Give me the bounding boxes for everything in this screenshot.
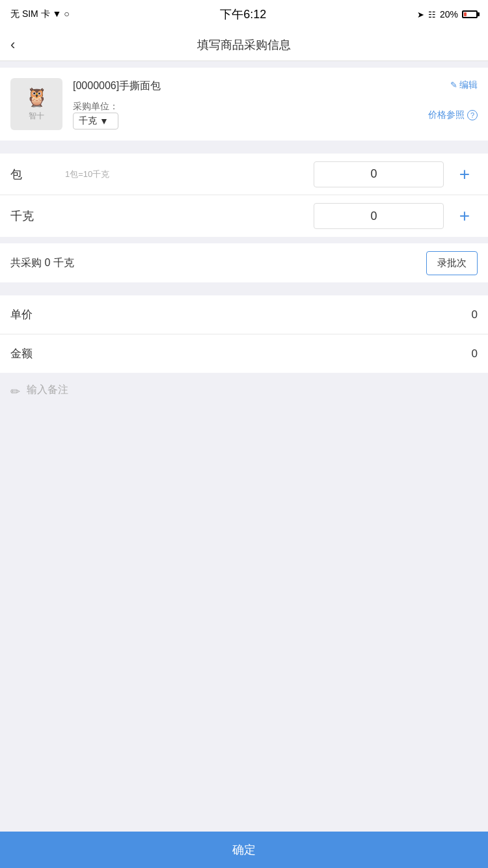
battery-icon <box>462 10 478 18</box>
summary-row: 共采购 0 千克 录批次 <box>0 243 488 282</box>
product-name: [0000006]手撕面包 <box>73 79 161 93</box>
kg-input-row: 千克 + <box>0 195 488 237</box>
unit-price-value: 0 <box>472 308 478 321</box>
product-info: [0000006]手撕面包 ✎ 编辑 采购单位： 千克 ▼ 价格参照 ? <box>73 79 478 129</box>
price-ref-button[interactable]: 价格参照 ? <box>428 109 478 121</box>
notes-section[interactable]: ✏ 输入备注 <box>0 373 488 425</box>
status-battery: ➤ ☷ 20% <box>417 9 478 20</box>
nav-bar: ‹ 填写商品采购信息 <box>0 29 488 61</box>
content-filler <box>0 425 488 640</box>
input-section: 包 1包=10千克 + 千克 + <box>0 154 488 237</box>
unit-price-label: 单价 <box>10 307 33 322</box>
bag-input-row: 包 1包=10千克 + <box>0 154 488 195</box>
bag-quantity-input[interactable] <box>314 161 444 187</box>
back-button[interactable]: ‹ <box>10 36 15 53</box>
notes-placeholder: 输入备注 <box>27 383 68 397</box>
brand-label: 智十 <box>29 111 44 122</box>
battery-percent: 20% <box>440 9 458 20</box>
status-time: 下午6:12 <box>220 7 266 22</box>
location-icon: ➤ <box>417 10 424 20</box>
dropdown-icon: ▼ <box>100 116 109 126</box>
status-signal: 无 SIM 卡 ▼ ○ <box>10 8 70 20</box>
amount-label: 金额 <box>10 346 33 361</box>
mid-separator-2 <box>0 282 488 289</box>
product-image: 🦉 智十 <box>10 78 62 130</box>
amount-row: 金额 0 <box>0 334 488 373</box>
unit-price-row: 单价 0 <box>0 295 488 334</box>
amount-value: 0 <box>472 347 478 360</box>
status-bar: 无 SIM 卡 ▼ ○ 下午6:12 ➤ ☷ 20% <box>0 0 488 29</box>
info-section: 单价 0 金额 0 <box>0 295 488 373</box>
bag-label: 包 <box>10 167 62 182</box>
batch-button[interactable]: 录批次 <box>426 251 478 275</box>
confirm-button-label: 确定 <box>232 842 256 858</box>
alarm-icon: ☷ <box>428 10 436 20</box>
summary-text: 共采购 0 千克 <box>10 256 74 270</box>
mid-separator-1 <box>0 141 488 147</box>
product-card: 🦉 智十 [0000006]手撕面包 ✎ 编辑 采购单位： 千克 ▼ 价格参照 <box>0 68 488 141</box>
bag-plus-button[interactable]: + <box>452 161 478 187</box>
kg-quantity-input[interactable] <box>314 203 444 229</box>
owl-icon: 🦉 <box>25 87 48 108</box>
kg-label: 千克 <box>10 208 62 224</box>
top-separator <box>0 61 488 68</box>
edit-icon: ✎ <box>450 80 457 90</box>
edit-link[interactable]: ✎ 编辑 <box>450 79 478 91</box>
unit-label: 采购单位： 千克 ▼ <box>73 101 118 129</box>
kg-plus-button[interactable]: + <box>452 203 478 229</box>
unit-select[interactable]: 千克 ▼ <box>73 113 118 129</box>
pencil-icon: ✏ <box>10 385 20 399</box>
page-title: 填写商品采购信息 <box>197 37 291 53</box>
bag-sublabel: 1包=10千克 <box>65 169 109 180</box>
help-icon: ? <box>467 110 478 120</box>
confirm-button[interactable]: 确定 <box>0 832 488 868</box>
